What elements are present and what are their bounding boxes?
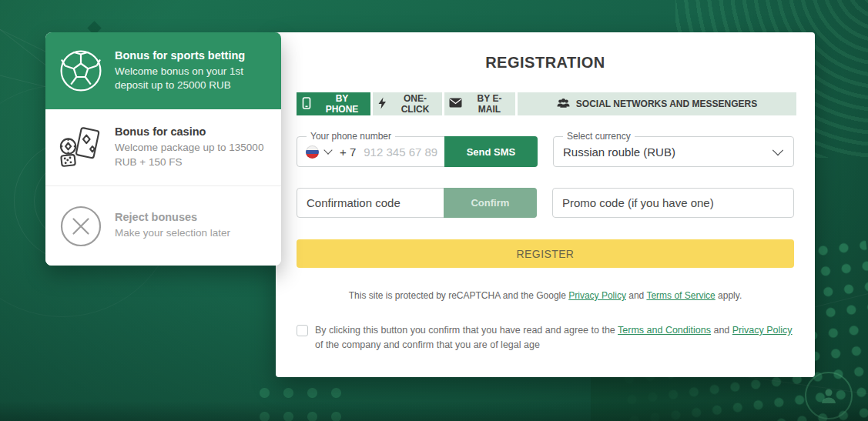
bonus-card-sports-betting[interactable]: Bonus for sports betting Welcome bonus o… [45,32,281,109]
privacy-policy-link[interactable]: Privacy Policy [732,325,793,336]
bonus-card-text: Bonus for casino Welcome package up to 1… [115,125,270,169]
recaptcha-text: This site is protected by reCAPTCHA and … [349,290,568,301]
tab-label: BY PHONE [318,93,366,115]
page-title: REGISTRATION [276,54,815,72]
promo-code-input[interactable] [553,188,793,218]
bonus-selector: Bonus for sports betting Welcome bonus o… [45,32,281,266]
casino-icon [58,125,104,170]
phone-field: Your phone number + 7 Send SMS [297,136,538,167]
lightning-icon [377,97,387,112]
registration-panel: REGISTRATION BY PHONE ONE-CLICK [276,32,815,377]
phone-field-label: Your phone number [307,131,395,142]
phone-number-input[interactable] [362,145,440,159]
envelope-icon [449,98,462,110]
bonus-subtitle: Welcome package up to 135000 RUB + 150 F… [115,141,270,169]
dial-code: + 7 [340,145,356,159]
tab-one-click[interactable]: ONE-CLICK [373,92,442,115]
terms-text: By clicking this button you confirm that… [315,323,794,353]
terms-and-conditions-link[interactable]: Terms and Conditions [618,325,711,336]
recaptcha-notice: This site is protected by reCAPTCHA and … [291,290,799,301]
football-icon [58,48,104,93]
people-icon [557,98,570,111]
person-badge-icon [805,372,853,419]
phone-icon [301,97,312,112]
tab-social-networks[interactable]: SOCIAL NETWORKS AND MESSENGERS [518,92,796,115]
chevron-down-icon[interactable] [323,145,332,154]
terms-agreement: By clicking this button you confirm that… [297,323,794,353]
bonus-card-text: Reject bonuses Make your selection later [115,211,230,240]
confirmation-code-input[interactable] [297,188,439,218]
bonus-subtitle: Make your selection later [115,226,230,240]
tab-label: ONE-CLICK [393,93,437,115]
form-row-phone: Your phone number + 7 Send SMS Select cu… [297,136,794,167]
confirm-button[interactable]: Confirm [444,188,537,218]
terms-text-part: By clicking this button you confirm that… [315,325,618,336]
recaptcha-text: and [626,290,646,301]
bonus-title: Reject bonuses [115,211,230,223]
google-terms-of-service-link[interactable]: Terms of Service [646,290,715,301]
registration-tabs: BY PHONE ONE-CLICK BY E-MAIL [297,92,796,115]
terms-text-part: and [711,325,732,336]
chevron-down-icon [772,145,783,155]
register-button[interactable]: REGISTER [297,239,794,268]
google-privacy-policy-link[interactable]: Privacy Policy [568,290,626,301]
promo-code-field [552,188,794,218]
reject-icon [58,205,104,248]
bonus-title: Bonus for casino [115,125,270,138]
bonus-card-casino[interactable]: Bonus for casino Welcome package up to 1… [45,109,281,185]
russia-flag-icon[interactable] [306,145,319,159]
decor-dot-grid-small [253,381,353,421]
bonus-card-text: Bonus for sports betting Welcome bonus o… [115,49,270,92]
decor-bottom-shade [0,401,868,421]
confirmation-code-field: Confirm [297,188,537,218]
tab-label: BY E-MAIL [468,93,511,115]
terms-checkbox[interactable] [297,325,308,336]
page-background: Bonus for sports betting Welcome bonus o… [0,0,868,421]
send-sms-button[interactable]: Send SMS [444,136,538,167]
bonus-card-reject[interactable]: Reject bonuses Make your selection later [45,185,281,266]
bonus-subtitle: Welcome bonus on your 1st deposit up to … [115,65,270,92]
form-row-codes: Confirm [297,188,794,218]
tab-by-email[interactable]: BY E-MAIL [444,92,515,115]
bonus-title: Bonus for sports betting [115,49,270,62]
currency-selected-value: Russian rouble (RUB) [563,145,675,159]
currency-select-label: Select currency [563,131,635,142]
recaptcha-text: apply. [716,290,742,301]
tab-by-phone[interactable]: BY PHONE [297,92,370,115]
terms-text-part: of the company and confirm that you are … [315,339,540,350]
currency-select[interactable]: Select currency Russian rouble (RUB) [553,136,794,167]
tab-label: SOCIAL NETWORKS AND MESSENGERS [576,99,757,109]
